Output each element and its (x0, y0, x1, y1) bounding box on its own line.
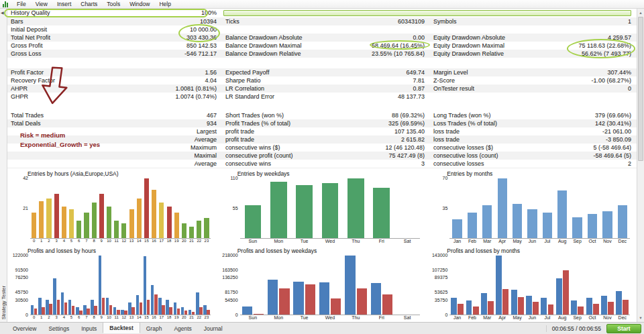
profit-bar (203, 305, 206, 315)
stat-cell: Balance Drawdown Maximal58 469.64 (16.45… (222, 42, 430, 50)
stats-spacer (7, 101, 637, 111)
stat-cell: AHPR1.0081 (0.81%) (7, 85, 222, 93)
x-tick-label: Feb (465, 315, 480, 321)
chart-x-axis: 01234567891011121314151617181920212223 (30, 239, 211, 245)
stats-row: GHPR1.0074 (0.74%)LR Standard Error48 13… (7, 93, 637, 101)
menu-tools[interactable]: Tools (102, 1, 125, 7)
menu-view[interactable]: View (31, 1, 52, 7)
scroll-down-icon[interactable]: ▼ (637, 315, 644, 321)
tab-graph[interactable]: Graph (140, 324, 168, 333)
tab-journal[interactable]: Journal (198, 324, 229, 333)
x-tick-label: Fri (369, 315, 394, 321)
chart-title: Profits and losses by months (447, 247, 633, 256)
stat-label (11, 127, 197, 135)
stat-value: 10394 (200, 17, 217, 25)
chart-y-axis: 1430001072508937553625357500 (427, 256, 449, 316)
bar (54, 194, 59, 237)
stat-label (11, 135, 195, 144)
bar (588, 214, 597, 237)
stat-label: profit trade (225, 135, 401, 144)
loss-bar (124, 311, 127, 315)
stat-cell: Symbols1 (430, 17, 637, 25)
stat-label (11, 152, 194, 160)
bar (296, 185, 313, 237)
x-tick-label: Jun (525, 315, 539, 321)
menu-help[interactable]: Help (154, 1, 175, 7)
menu-file[interactable]: File (12, 1, 31, 7)
stat-label (11, 144, 191, 152)
scrollbar-thumb[interactable] (638, 17, 643, 161)
y-tick-label: 136250 (222, 275, 237, 280)
chart-plot-row: 21800016350013625081750545000 (217, 256, 423, 316)
stats-spacer (7, 58, 637, 68)
stat-label: History Quality (11, 9, 201, 17)
y-tick-label: 0 (235, 313, 238, 317)
stat-cell: loss trade-21 061.00 (430, 127, 637, 135)
profit-bar (91, 300, 93, 315)
stat-value: 3 (421, 160, 425, 168)
loss-bar (49, 304, 52, 315)
menu-charts[interactable]: Charts (76, 1, 102, 7)
tab-backtest[interactable]: Backtest (103, 322, 140, 333)
x-tick-label: 18 (165, 239, 172, 245)
stats-row: Averageprofit trade2 615.82loss trade-3 … (7, 135, 637, 144)
stat-value: 5 (-58 469.64) (593, 144, 631, 152)
bar (32, 213, 36, 238)
tab-inputs[interactable]: Inputs (75, 324, 103, 333)
x-tick-label: Jun (525, 239, 539, 245)
stat-label: consecutive losses ($) (433, 144, 593, 152)
x-tick-label: 13 (127, 239, 135, 245)
stat-cell: Profit Trades (% of total)325 (69.59%) (222, 119, 430, 127)
tab-overview[interactable]: Overview (7, 324, 42, 333)
x-tick-label: Nov (600, 315, 614, 321)
profit-bar (345, 256, 355, 315)
loss-bar (94, 306, 97, 315)
menu-insert[interactable]: Insert (52, 1, 76, 7)
stat-value: Average (195, 135, 217, 144)
vertical-scrollbar[interactable]: ▲ ▼ (637, 9, 644, 322)
profit-bar (196, 292, 199, 315)
bar (144, 178, 149, 238)
stat-label: consecutive loss (count) (433, 152, 593, 160)
scroll-up-icon[interactable]: ▲ (637, 9, 644, 16)
stat-cell: Long Trades (won %)379 (69.66%) (430, 111, 637, 119)
panel-side-strip: ◀ Strategy Tester (0, 9, 7, 322)
stat-cell: consecutive wins ($)12 (46 120.48) (222, 144, 430, 152)
tab-agents[interactable]: Agents (168, 324, 197, 333)
stat-label: LR Correlation (225, 85, 413, 93)
start-button[interactable]: Start (606, 324, 641, 333)
stats-table: History Quality100%Bars10394Ticks6034310… (7, 9, 637, 168)
stat-cell: Recovery Factor4.04 (7, 76, 222, 85)
profit-bar (496, 256, 502, 315)
bar (107, 207, 111, 237)
y-tick-label: 76250 (15, 275, 28, 280)
profit-bar (106, 298, 109, 315)
y-tick-label: 21 (23, 206, 28, 211)
bar (204, 218, 209, 238)
stat-label: Equity Drawdown Maximal (433, 42, 579, 50)
bar (468, 213, 477, 238)
bar (121, 223, 126, 237)
stat-cell: consecutive losses2 (430, 160, 637, 168)
collapse-panel-button[interactable]: ◀ (1, 10, 4, 15)
y-tick-label: 55 (233, 206, 238, 211)
y-tick-label: 122000 (13, 253, 28, 258)
stat-cell: Profit Factor1.56 (7, 68, 222, 76)
x-tick-label: 21 (188, 315, 195, 321)
x-tick-label: 2 (45, 315, 52, 321)
chart-profits-and-losses-by-hours: Profits and losses by hours1220009150076… (7, 245, 217, 323)
profit-bar (61, 292, 64, 315)
stats-row: Gross Loss-546 712.17Balance Drawdown Re… (7, 50, 637, 58)
x-tick-label: 1 (38, 239, 45, 245)
chart-plot-area (449, 178, 630, 239)
stats-row: Profit Factor1.56Expected Payoff649.74Ma… (7, 68, 637, 76)
tab-settings[interactable]: Settings (42, 324, 75, 333)
loss-bar (162, 305, 164, 315)
stat-value: 12 (46 120.48) (385, 144, 425, 152)
profit-bar (46, 300, 48, 315)
stat-cell: Largest (7, 127, 222, 135)
stat-value: 7.81 (413, 76, 425, 85)
chart-x-axis: JanFebMarAprMayJunJulAugSepOctNovDec (449, 315, 630, 321)
menu-window[interactable]: Window (125, 1, 154, 7)
loss-bar (154, 294, 157, 315)
